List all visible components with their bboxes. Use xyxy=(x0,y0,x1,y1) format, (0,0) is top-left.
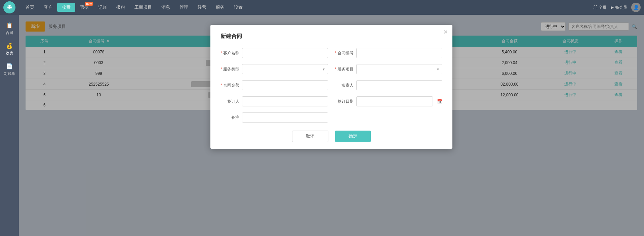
cancel-button[interactable]: 取消 xyxy=(292,131,328,142)
nav-fees[interactable]: 收费 xyxy=(57,3,75,12)
modal-overlay: 新建合同 ✕ 客户名称 合同编号 服务类型 xyxy=(19,15,644,236)
form-group-service-type: 服务类型 ▼ xyxy=(220,64,328,74)
modal-footer: 取消 确定 xyxy=(220,131,442,142)
amount-input[interactable]: 0.00 xyxy=(242,80,328,90)
nav-message[interactable]: 消息 xyxy=(157,3,175,12)
form-row-3: 合同金额 0.00 负责人 xyxy=(220,80,442,90)
sidebar-label-fees: 收费 xyxy=(6,51,13,56)
fees-icon: 💰 xyxy=(6,42,13,49)
sidebar-label-statement: 对账单 xyxy=(4,71,15,76)
service-item-select[interactable] xyxy=(356,64,442,74)
form-group-amount: 合同金额 0.00 xyxy=(220,80,328,90)
fullscreen-button[interactable]: ⛶ 全屏 xyxy=(593,5,607,10)
sidebar-item-contract[interactable]: 📋 合同 xyxy=(0,18,19,39)
form-group-service-item: 服务项目 ▼ xyxy=(335,64,442,74)
remarks-label: 备注 xyxy=(220,115,239,121)
calendar-icon[interactable]: 📅 xyxy=(437,99,442,104)
main-layout: 📋 合同 💰 收费 📄 对账单 新增 服务项目 进行中 已完成 已终止 xyxy=(0,15,644,236)
form-group-signer: 签订人 xyxy=(220,96,328,106)
member-label: 畅会员 xyxy=(615,5,627,10)
app-logo: ☘ xyxy=(3,1,15,13)
nav-service[interactable]: 服务 xyxy=(211,3,229,12)
form-group-remarks: 备注 xyxy=(220,112,328,123)
modal-dialog: 新建合同 ✕ 客户名称 合同编号 服务类型 xyxy=(210,25,452,149)
nav-operations[interactable]: 经营 xyxy=(193,3,211,12)
avatar[interactable]: 👤 xyxy=(631,3,641,12)
sign-date-input[interactable]: 2023-06-06 xyxy=(356,96,433,106)
contract-icon: 📋 xyxy=(6,21,13,29)
form-row-2: 服务类型 ▼ 服务项目 ▼ xyxy=(220,64,442,74)
nav-customer[interactable]: 客户 xyxy=(39,3,57,12)
nav-commerce[interactable]: 工商项目 xyxy=(130,3,157,12)
play-icon: ▶ xyxy=(611,5,614,10)
nav-items: 首页 客户 收费 票据 new 记账 报税 工商项目 消息 管理 经营 服务 设… xyxy=(21,3,593,12)
customer-name-input[interactable] xyxy=(242,48,328,58)
amount-label: 合同金额 xyxy=(220,83,239,88)
nav-right: ⛶ 全屏 ▶ 畅会员 👤 xyxy=(593,3,641,12)
nav-settings[interactable]: 设置 xyxy=(229,3,247,12)
responsible-input[interactable] xyxy=(356,80,442,90)
statement-icon: 📄 xyxy=(6,62,13,70)
service-type-label: 服务类型 xyxy=(220,66,239,72)
signer-label: 签订人 xyxy=(220,99,239,104)
new-badge: new xyxy=(85,2,93,6)
top-navigation: ☘ 首页 客户 收费 票据 new 记账 报税 工商项目 消息 管理 经营 服务… xyxy=(0,0,644,15)
form-row-1: 客户名称 合同编号 xyxy=(220,48,442,58)
nav-home[interactable]: 首页 xyxy=(21,3,39,12)
fullscreen-label: 全屏 xyxy=(599,5,607,10)
service-item-select-wrapper: ▼ xyxy=(356,64,442,74)
nav-bills[interactable]: 票据 new xyxy=(75,3,93,12)
form-group-sign-date: 签订日期 2023-06-06 📅 xyxy=(335,96,442,106)
content-area: 新增 服务项目 进行中 已完成 已终止 🔍 序号 合同编号 ⇅ xyxy=(19,15,644,236)
remarks-input[interactable] xyxy=(242,112,328,123)
service-item-label: 服务项目 xyxy=(335,66,354,72)
form-row-5: 备注 xyxy=(220,112,442,123)
form-group-responsible: 负责人 xyxy=(335,80,442,90)
customer-name-label: 客户名称 xyxy=(220,50,239,56)
nav-bookkeeping[interactable]: 记账 xyxy=(93,3,112,12)
nav-manage[interactable]: 管理 xyxy=(175,3,193,12)
service-type-select-wrapper: ▼ xyxy=(242,64,328,74)
form-row-4: 签订人 签订日期 2023-06-06 📅 xyxy=(220,96,442,106)
sidebar: 📋 合同 💰 收费 📄 对账单 xyxy=(0,15,19,236)
member-button[interactable]: ▶ 畅会员 xyxy=(611,5,627,10)
contract-no-input[interactable] xyxy=(356,48,442,58)
sidebar-label-contract: 合同 xyxy=(6,30,13,35)
service-type-select[interactable] xyxy=(242,64,328,74)
modal-close-button[interactable]: ✕ xyxy=(443,29,448,35)
sidebar-item-statement[interactable]: 📄 对账单 xyxy=(0,59,19,80)
nav-tax[interactable]: 报税 xyxy=(112,3,130,12)
form-group-contract-no: 合同编号 xyxy=(335,48,442,58)
responsible-label: 负责人 xyxy=(335,83,354,88)
form-group-customer-name: 客户名称 xyxy=(220,48,328,58)
sidebar-item-fees[interactable]: 💰 收费 xyxy=(0,39,19,59)
sign-date-label: 签订日期 xyxy=(335,99,354,104)
confirm-button[interactable]: 确定 xyxy=(335,131,371,142)
modal-title: 新建合同 xyxy=(220,33,442,40)
signer-input[interactable] xyxy=(242,96,328,106)
contract-no-label: 合同编号 xyxy=(335,50,354,56)
fullscreen-icon: ⛶ xyxy=(593,5,597,10)
